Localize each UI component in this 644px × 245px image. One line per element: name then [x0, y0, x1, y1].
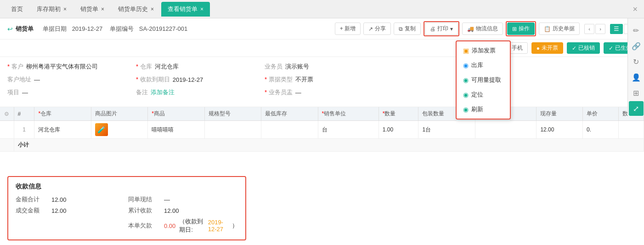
table-icon[interactable]: ⊞ — [629, 85, 644, 100]
user-icon[interactable]: 👤 — [629, 70, 644, 85]
tab-sales-order-label: 销货单 — [80, 5, 98, 13]
ops-button-label: 操作 — [519, 25, 530, 33]
td-warehouse: 河北仓库 — [34, 121, 91, 139]
edit-icon[interactable]: ✏ — [629, 23, 644, 38]
dropdown-locate[interactable]: ◉ 定位 — [457, 87, 510, 102]
address-label: 客户地址 — [7, 75, 31, 84]
tab-home[interactable]: 首页 — [5, 2, 29, 17]
ticket-value: 不开票 — [295, 75, 313, 84]
expand-icon[interactable]: ⤢ — [629, 101, 644, 116]
new-button[interactable]: + 新增 — [335, 23, 361, 35]
th-unit-price: 单价 — [583, 107, 619, 121]
tab-view-sales-close[interactable]: × — [200, 6, 203, 12]
payment-owed-row: 本单欠款 0.00 （收款到期日: 2019-12-27 ） — [128, 217, 238, 234]
payment-section: 收款信息 金额合计 12.00 成交金额 12.00 同单现结 — — [7, 176, 246, 240]
tab-home-label: 首页 — [11, 5, 23, 13]
payment-transaction-value: 12.00 — [51, 207, 67, 214]
print-button[interactable]: 🖨 打印 ▾ — [425, 23, 458, 35]
table-container: ⚙ # *仓库 商品图片 *商品 规格型号 最低库存 *销售单位 *数量 包装数… — [0, 107, 644, 171]
tab-sales-history-close[interactable]: × — [151, 6, 154, 12]
tab-inventory-label: 库存期初 — [37, 5, 61, 13]
locate-icon: ◉ — [463, 91, 469, 98]
confirmed-button[interactable]: ✓ 已核销 — [567, 42, 600, 54]
payment-cumulative-label: 累计收款 — [128, 206, 160, 215]
print-icon: 🖨 — [430, 26, 435, 32]
payment-date-field: 收款到期日 2019-12-27 — [136, 75, 255, 84]
copy-button[interactable]: ⧉ 复制 — [394, 23, 421, 35]
staff-field: 业务员 演示账号 — [265, 63, 384, 71]
payment-same-order-value: — — [164, 196, 170, 203]
payment-owed-end: ） — [232, 222, 238, 230]
share-button[interactable]: ↗ 分享 — [363, 23, 391, 35]
logistics-button[interactable]: 🚚 物流信息 — [462, 23, 503, 35]
payment-total-value: 12.00 — [51, 196, 67, 203]
history-button-label: 历史单据 — [553, 25, 575, 33]
rotate-icon[interactable]: ↻ — [629, 54, 644, 69]
dropdown-out-warehouse[interactable]: ◉ 出库 — [457, 58, 510, 73]
dropdown-available-qty[interactable]: ◉ 可用量提取 — [457, 73, 510, 87]
main-area: ↩ 销货单 单据日期 2019-12-27 单据编号 SA-20191227-0… — [0, 18, 644, 245]
payment-total-label: 金额合计 — [16, 195, 48, 204]
payment-title: 收款信息 — [16, 182, 238, 191]
th-quantity: *数量 — [378, 107, 418, 121]
dropdown-menu: ▣ 添加发票 ◉ 出库 ◉ 可用量提取 ◉ 定位 ◉ 刷新 — [456, 40, 511, 120]
payment-grid: 金额合计 12.00 成交金额 12.00 同单现结 — 累计收款 — [16, 195, 238, 234]
td-available — [475, 121, 537, 139]
staff-label: 业务员 — [265, 63, 282, 71]
td-sales-unit: 台 — [318, 121, 378, 139]
th-warehouse: *仓库 — [34, 107, 91, 121]
staff2-label: 业务员盂 — [265, 88, 293, 97]
dropdown-add-invoice[interactable]: ▣ 添加发票 — [457, 43, 510, 58]
th-product: *商品 — [148, 107, 204, 121]
payment-same-order-row: 同单现结 — — [128, 195, 238, 204]
warehouse-value: 河北仓库 — [155, 63, 179, 71]
td-pack-qty: 1台 — [418, 121, 475, 139]
customer-label: 客户 — [7, 63, 23, 71]
project-value: — — [22, 89, 28, 96]
tab-sales-order-close[interactable]: × — [101, 6, 104, 12]
ticket-field: 票据类型 不开票 — [265, 75, 384, 84]
window-close-icon[interactable]: × — [633, 4, 638, 14]
remark-add-link[interactable]: 添加备注 — [151, 88, 175, 97]
th-gear: ⚙ — [0, 107, 14, 121]
confirmed-label: 已核销 — [578, 44, 595, 52]
check-icon: ✓ — [572, 45, 576, 51]
staff2-value: — — [295, 89, 301, 96]
payment-total-row: 金额合计 12.00 — [16, 195, 125, 204]
tab-inventory-close[interactable]: × — [63, 6, 67, 12]
payment-cumulative-value: 12.00 — [164, 207, 179, 214]
payment-owed-value: 0.00 — [164, 222, 175, 229]
td-unit-price: 0. — [583, 121, 619, 139]
link-icon[interactable]: 🔗 — [629, 39, 644, 53]
prev-arrow[interactable]: ‹ — [584, 24, 594, 34]
tab-inventory[interactable]: 库存期初 × — [30, 2, 73, 17]
project-label: 项目 — [7, 88, 19, 97]
staff-value: 演示账号 — [285, 63, 309, 71]
doc-date-label: 单据日期 2019-12-27 — [43, 25, 102, 33]
not-open-button[interactable]: ● 未开票 — [531, 42, 563, 54]
payment-owed-date: 2019-12-27 — [208, 219, 228, 233]
ops-button[interactable]: ⊞ 操作 — [507, 23, 535, 35]
tab-view-sales[interactable]: 查看销货单 × — [161, 2, 210, 17]
customer-value: 柳州粤港平安气体有限公司 — [26, 63, 98, 71]
new-button-label: + 新增 — [340, 25, 356, 33]
td-min-stock — [261, 121, 318, 139]
tab-sales-order[interactable]: 销货单 × — [74, 2, 111, 17]
th-model: 规格型号 — [204, 107, 261, 121]
th-num: # — [14, 107, 34, 121]
refresh-icon: ◉ — [463, 106, 469, 113]
th-min-stock: 最低库存 — [261, 107, 318, 121]
dropdown-refresh[interactable]: ◉ 刷新 — [457, 102, 510, 117]
table-row: 1 河北仓库 🧪 嘻嘻嘻嘻 台 1.00 1台 12.00 0. — [0, 121, 644, 139]
tab-sales-history[interactable]: 销货单历史 × — [112, 2, 160, 17]
copy-button-label: 复制 — [405, 25, 416, 33]
share-button-label: 分享 — [375, 25, 386, 33]
history-button[interactable]: 📋 历史单据 — [539, 23, 580, 35]
td-product: 嘻嘻嘻嘻 — [148, 121, 204, 139]
next-arrow[interactable]: › — [595, 24, 605, 34]
tab-sales-history-label: 销货单历史 — [118, 5, 148, 13]
ticket-label: 票据类型 — [265, 75, 293, 84]
td-model — [204, 121, 261, 139]
form-area: 客户 柳州粤港平安气体有限公司 仓库 河北仓库 业务员 演示账号 客户地址 — — [0, 57, 644, 107]
list-view-icon[interactable]: ☰ — [610, 24, 623, 34]
